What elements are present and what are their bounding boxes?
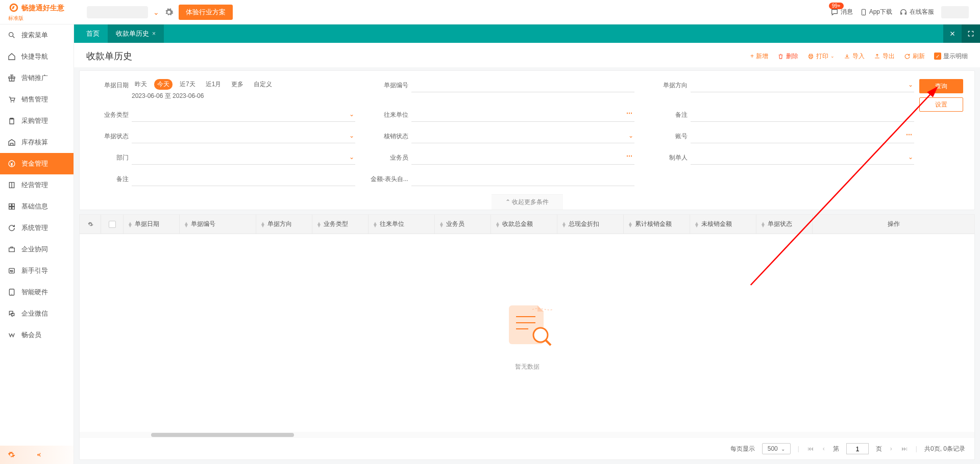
table-horizontal-scrollbar[interactable] (80, 432, 974, 438)
column-header[interactable]: ▲▼单据日期 (124, 215, 180, 234)
sidebar-item-warehouse[interactable]: 库存核算 (0, 132, 74, 153)
sidebar-settings-icon[interactable] (7, 451, 15, 459)
collapse-filters-button[interactable]: ⌃ 收起更多条件 (492, 194, 563, 210)
sidebar-item-search[interactable]: 搜索菜单 (0, 24, 74, 46)
filter-docno-input[interactable] (411, 79, 635, 92)
ellipsis-icon[interactable]: ⋯ (626, 152, 633, 160)
sidebar-item-gift[interactable]: 营销推广 (0, 67, 74, 89)
fullscreen-button[interactable] (962, 24, 980, 43)
toolbar-show-detail[interactable]: ✓ 显示明细 (934, 52, 968, 61)
tab-1[interactable]: 收款单历史× (108, 24, 164, 43)
date-chip-2[interactable]: 近7天 (177, 79, 199, 90)
member-icon (7, 330, 16, 340)
app-download-link[interactable]: App下载 (860, 8, 892, 16)
support-link[interactable]: 在线客服 (899, 8, 934, 16)
sidebar-item-clipboard[interactable]: 采购管理 (0, 110, 74, 132)
column-header[interactable]: ▲▼收款总金额 (491, 215, 557, 234)
ellipsis-icon[interactable]: ⋯ (906, 131, 913, 138)
sidebar-item-member[interactable]: 畅会员 (0, 324, 74, 346)
filter-panel: 单据日期 昨天今天近7天近1月更多自定义 2023-06-06 至 2023-0… (79, 70, 975, 210)
pager-first[interactable]: ⏮ (806, 445, 815, 452)
pager-current-input[interactable] (846, 443, 869, 454)
filter-settings-button[interactable]: 设置 (919, 97, 963, 112)
money-icon (7, 159, 16, 168)
column-header[interactable]: ▲▼总现金折扣 (557, 215, 624, 234)
cart-icon (7, 95, 16, 104)
sidebar-item-money[interactable]: 资金管理 (0, 153, 74, 174)
sidebar-item-new[interactable]: 新手引导 (0, 260, 74, 281)
ellipsis-icon[interactable]: ⋯ (626, 110, 633, 117)
close-icon[interactable]: × (152, 30, 156, 37)
toolbar-print[interactable]: 打印 ⌄ (807, 52, 835, 61)
select-all-checkbox[interactable] (101, 215, 124, 234)
settings-icon[interactable] (164, 8, 174, 17)
filter-amount-input[interactable] (411, 173, 635, 186)
column-header[interactable]: ▲▼累计核销金额 (624, 215, 690, 234)
filter-remark-input[interactable] (691, 109, 914, 122)
export-icon (874, 53, 880, 60)
toolbar-export[interactable]: 导出 (874, 52, 895, 61)
filter-creator-label: 制单人 (650, 151, 691, 162)
query-button[interactable]: 查询 (919, 79, 963, 93)
filter-remark2-input[interactable] (132, 173, 355, 186)
date-chip-1[interactable]: 今天 (154, 79, 173, 90)
column-header[interactable]: ▲▼业务类型 (312, 215, 369, 234)
filter-docdir-select[interactable] (691, 79, 914, 92)
filter-partner-input[interactable] (411, 109, 635, 122)
filter-dept-label: 部门 (91, 151, 132, 162)
sidebar-collapse-icon[interactable] (36, 451, 44, 459)
sidebar-item-cart[interactable]: 销售管理 (0, 89, 74, 110)
user-avatar[interactable] (941, 6, 969, 18)
sidebar-item-wechat[interactable]: 企业微信 (0, 303, 74, 324)
chevron-down-icon: ⌄ (830, 54, 835, 59)
toolbar-import[interactable]: 导入 (844, 52, 865, 61)
sidebar-item-device[interactable]: 智能硬件 (0, 281, 74, 303)
tab-close-button[interactable] (943, 24, 962, 43)
date-chip-0[interactable]: 昨天 (132, 79, 150, 90)
table-settings-column[interactable] (80, 215, 101, 234)
column-header[interactable]: ▲▼单据方向 (256, 215, 312, 234)
column-header[interactable]: 操作 (813, 215, 974, 234)
briefcase-icon (7, 245, 16, 254)
date-chip-4[interactable]: 更多 (228, 79, 247, 90)
filter-biztype-select[interactable] (132, 109, 355, 122)
toolbar-delete[interactable]: 删除 (777, 52, 798, 61)
date-chip-5[interactable]: 自定义 (251, 79, 275, 90)
svg-point-8 (11, 294, 12, 294)
pager-next[interactable]: › (889, 445, 893, 452)
pager-summary: 共0页, 0条记录 (924, 445, 965, 453)
toolbar-add[interactable]: + 新增 (750, 52, 768, 61)
sidebar-item-label: 畅会员 (21, 330, 41, 340)
column-header[interactable]: ▲▼单据编号 (180, 215, 256, 234)
toolbar-refresh[interactable]: 刷新 (904, 52, 925, 61)
chevron-down-icon: ⌄ (628, 132, 633, 139)
per-page-select[interactable]: 500 ⌄ (762, 443, 791, 454)
filter-creator-select[interactable] (691, 151, 914, 165)
filter-account-input[interactable] (691, 130, 914, 143)
filter-dept-select[interactable] (132, 151, 355, 165)
date-chip-3[interactable]: 近1月 (203, 79, 225, 90)
column-header[interactable]: ▲▼未核销金额 (690, 215, 756, 234)
sidebar-item-grid[interactable]: 基础信息 (0, 196, 74, 217)
sidebar-item-briefcase[interactable]: 企业协同 (0, 239, 74, 260)
pager-last[interactable]: ⏭ (900, 445, 909, 452)
org-selector[interactable]: ⌄ (87, 6, 159, 18)
tab-0[interactable]: 首页 (78, 24, 108, 43)
column-header[interactable]: ▲▼单据状态 (756, 215, 813, 234)
headset-icon (899, 8, 908, 16)
filter-docstatus-select[interactable] (132, 130, 355, 143)
sidebar-item-book[interactable]: 经营管理 (0, 174, 74, 196)
pager-prev[interactable]: ‹ (822, 445, 826, 452)
brand-name: 畅捷通好生意 (21, 4, 64, 13)
sidebar-item-label: 系统管理 (21, 223, 48, 233)
phone-icon (860, 8, 867, 16)
messages-link[interactable]: 消息 99+ (830, 8, 853, 16)
column-header[interactable]: ▲▼业务员 (435, 215, 491, 234)
filter-operator-input[interactable] (411, 151, 635, 165)
sidebar-item-cycle[interactable]: 系统管理 (0, 217, 74, 239)
chevron-down-icon: ⌄ (153, 8, 159, 16)
sidebar-item-home[interactable]: 快捷导航 (0, 46, 74, 67)
column-header[interactable]: ▲▼往来单位 (369, 215, 435, 234)
filter-writeoff-select[interactable] (411, 130, 635, 143)
trial-button[interactable]: 体验行业方案 (179, 5, 233, 20)
